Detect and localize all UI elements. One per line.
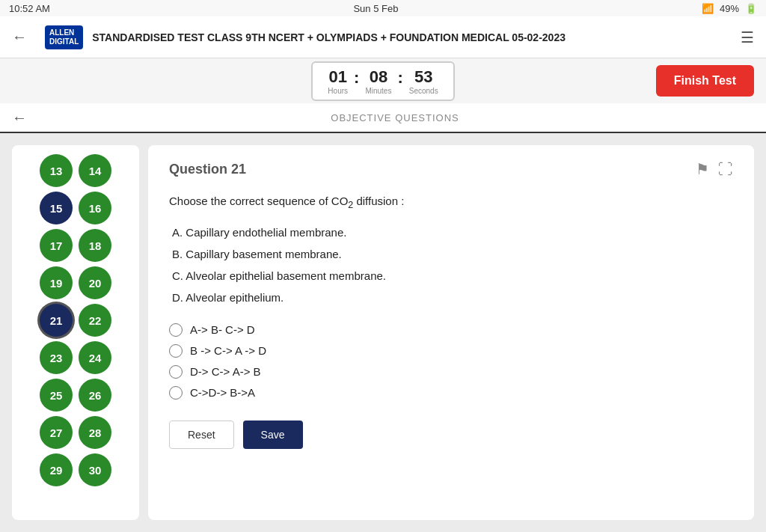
grid-row: 1718 bbox=[21, 229, 130, 262]
grid-row: 2930 bbox=[21, 453, 130, 486]
section-title: OBJECTIVE QUESTIONS bbox=[36, 112, 754, 123]
grid-row: 2122 bbox=[21, 304, 130, 337]
status-date: Sun 5 Feb bbox=[353, 3, 398, 14]
timer-minutes: 08 bbox=[365, 67, 391, 87]
answer-label-4: C->D-> B->A bbox=[190, 386, 255, 399]
question-grid-btn-17[interactable]: 17 bbox=[40, 229, 73, 262]
question-grid-btn-21[interactable]: 21 bbox=[40, 304, 73, 337]
option-b: B. Capillary basement membrane. bbox=[169, 246, 733, 262]
answer-option-1[interactable]: A-> B- C-> D bbox=[169, 323, 733, 337]
timer-hours-segment: 01 Hours bbox=[328, 67, 348, 95]
flag-icon[interactable]: ⚑ bbox=[696, 160, 709, 178]
question-grid-btn-15[interactable]: 15 bbox=[40, 192, 73, 224]
question-grid-btn-19[interactable]: 19 bbox=[40, 266, 73, 299]
answer-label-1: A-> B- C-> D bbox=[190, 323, 255, 336]
timer-colon-2: : bbox=[397, 68, 402, 94]
timer-box: 01 Hours : 08 Minutes : 53 Seconds bbox=[311, 61, 454, 101]
grid-row: 2324 bbox=[21, 341, 130, 374]
question-grid-btn-24[interactable]: 24 bbox=[79, 341, 111, 374]
menu-icon[interactable]: ☰ bbox=[741, 28, 754, 46]
option-d: D. Alveolar epithelium. bbox=[169, 290, 733, 305]
answer-radio-3[interactable] bbox=[169, 365, 183, 379]
answer-option-3[interactable]: D-> C-> A-> B bbox=[169, 365, 733, 379]
question-grid-btn-29[interactable]: 29 bbox=[40, 453, 73, 486]
answer-option-4[interactable]: C->D-> B->A bbox=[169, 386, 733, 400]
timer-seconds-segment: 53 Seconds bbox=[409, 67, 438, 95]
action-buttons: Reset Save bbox=[169, 421, 733, 449]
question-grid-btn-13[interactable]: 13 bbox=[40, 154, 73, 187]
finish-test-button[interactable]: Finish Test bbox=[656, 65, 754, 97]
question-grid-btn-25[interactable]: 25 bbox=[40, 379, 73, 412]
question-grid-btn-20[interactable]: 20 bbox=[79, 266, 111, 299]
question-grid-btn-22[interactable]: 22 bbox=[79, 304, 111, 337]
question-panel: Question 21 ⚑ ⛶ Choose the correct seque… bbox=[148, 145, 754, 520]
option-c: C. Alveolar epithelial basement membrane… bbox=[169, 268, 733, 284]
timer-seconds: 53 bbox=[409, 67, 438, 87]
wifi-icon: 📶 bbox=[702, 3, 714, 14]
question-grid-btn-23[interactable]: 23 bbox=[40, 341, 73, 374]
question-grid-btn-26[interactable]: 26 bbox=[79, 379, 111, 412]
main-content: 131415161718192021222324252627282930 Que… bbox=[0, 133, 766, 532]
expand-icon[interactable]: ⛶ bbox=[718, 161, 733, 178]
answer-options: A-> B- C-> D B -> C-> A -> D D-> C-> A->… bbox=[169, 323, 733, 400]
answer-option-2[interactable]: B -> C-> A -> D bbox=[169, 344, 733, 358]
save-button[interactable]: Save bbox=[243, 421, 303, 449]
question-title: Question 21 bbox=[169, 162, 246, 177]
answer-radio-1[interactable] bbox=[169, 323, 183, 337]
timer-bar: 01 Hours : 08 Minutes : 53 Seconds Finis… bbox=[0, 58, 766, 103]
timer-hours: 01 bbox=[328, 67, 348, 87]
header-title: STANDARDISED TEST CLASS 9TH NCERT + OLYM… bbox=[92, 31, 732, 43]
question-grid-btn-30[interactable]: 30 bbox=[79, 453, 111, 486]
question-grid-btn-14[interactable]: 14 bbox=[79, 154, 111, 187]
question-text: Choose the correct sequence of CO2 diffu… bbox=[169, 193, 733, 213]
timer-minutes-label: Minutes bbox=[365, 87, 391, 95]
question-grid-btn-18[interactable]: 18 bbox=[79, 229, 111, 262]
timer-seconds-label: Seconds bbox=[409, 87, 438, 95]
question-grid-btn-27[interactable]: 27 bbox=[40, 416, 73, 449]
grid-row: 1314 bbox=[21, 154, 130, 187]
grid-row: 1516 bbox=[21, 192, 130, 224]
question-grid-btn-16[interactable]: 16 bbox=[79, 192, 111, 224]
section-header: ← OBJECTIVE QUESTIONS bbox=[0, 103, 766, 133]
question-header: Question 21 ⚑ ⛶ bbox=[169, 160, 733, 178]
status-time: 10:52 AM bbox=[9, 3, 50, 14]
answer-label-2: B -> C-> A -> D bbox=[190, 344, 266, 357]
grid-row: 2728 bbox=[21, 416, 130, 449]
option-a: A. Capillary endothelial membrane. bbox=[169, 224, 733, 240]
question-grid-btn-28[interactable]: 28 bbox=[79, 416, 111, 449]
grid-row: 1920 bbox=[21, 266, 130, 299]
section-back-button[interactable]: ← bbox=[12, 109, 27, 126]
question-grid: 131415161718192021222324252627282930 bbox=[12, 145, 139, 520]
reset-button[interactable]: Reset bbox=[169, 421, 234, 449]
header-back-button[interactable]: ← bbox=[12, 28, 27, 46]
answer-radio-2[interactable] bbox=[169, 344, 183, 358]
timer-colon-1: : bbox=[354, 68, 359, 94]
timer-minutes-segment: 08 Minutes bbox=[365, 67, 391, 95]
answer-radio-4[interactable] bbox=[169, 386, 183, 400]
answer-label-3: D-> C-> A-> B bbox=[190, 365, 261, 378]
header: ← ALLEN DIGITAL STANDARDISED TEST CLASS … bbox=[0, 16, 766, 58]
question-icons: ⚑ ⛶ bbox=[696, 160, 733, 178]
allen-logo: ALLEN DIGITAL bbox=[45, 25, 83, 49]
timer-hours-label: Hours bbox=[328, 87, 348, 95]
status-bar: 10:52 AM Sun 5 Feb 📶 49% 🔋 bbox=[0, 0, 766, 16]
battery-percentage: 49% bbox=[720, 3, 739, 14]
logo-area: ALLEN DIGITAL bbox=[45, 25, 83, 49]
grid-row: 2526 bbox=[21, 379, 130, 412]
battery-icon: 🔋 bbox=[745, 3, 757, 14]
